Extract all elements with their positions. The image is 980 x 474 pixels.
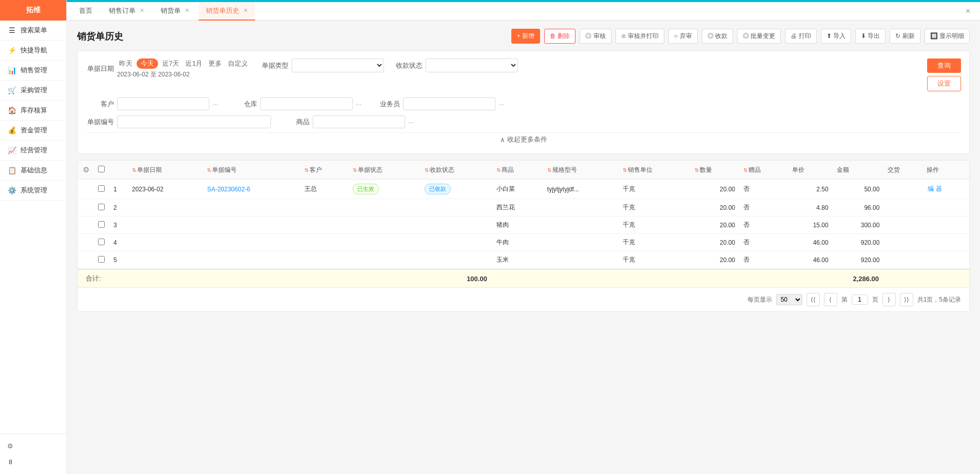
checkbox-cell[interactable]	[94, 216, 109, 234]
tab-sales-order-close[interactable]: ✕	[140, 7, 144, 14]
select-all-checkbox[interactable]	[98, 166, 105, 172]
row-checkbox[interactable]	[98, 239, 105, 245]
date-shortcut-1month[interactable]: 近1月	[183, 58, 204, 69]
tab-sales-order[interactable]: 销售订单 ✕	[102, 2, 151, 21]
filter-doctype-item: 单据类型	[260, 58, 384, 72]
tab-sales-history-close[interactable]: ✕	[243, 7, 248, 14]
audit-print-button[interactable]: ⊙ 审核并打印	[616, 29, 664, 44]
import-button[interactable]: ⬆ 导入	[821, 29, 851, 44]
checkbox-cell[interactable]	[94, 234, 109, 251]
sidebar-item-basic-info[interactable]: 📋 基础信息	[0, 161, 66, 181]
filter-warehouse-item: 仓库 ···	[229, 97, 362, 110]
print-button[interactable]: 🖨 打印	[785, 29, 816, 44]
checkbox-cell[interactable]	[94, 180, 109, 199]
edit-btn[interactable]: 编	[927, 185, 935, 193]
doc-no-cell[interactable]: SA-20230602-6	[203, 180, 300, 199]
row-checkbox[interactable]	[98, 256, 105, 263]
abandon-button[interactable]: ○ 弃审	[668, 29, 698, 44]
per-page-select[interactable]: 50 100 200	[776, 294, 802, 305]
sidebar-item-inventory[interactable]: 🏠 库存核算	[0, 101, 66, 121]
filter-goods-input[interactable]	[313, 115, 405, 128]
gift-cell: 否	[739, 180, 788, 199]
first-page-btn[interactable]: ⟨⟨	[806, 293, 820, 306]
query-button[interactable]: 查询	[927, 58, 961, 73]
date-shortcut-yesterday[interactable]: 昨天	[117, 58, 134, 69]
filter-doctype-select[interactable]	[292, 58, 384, 72]
refresh-button[interactable]: ↻ 刷新	[890, 29, 920, 44]
prev-page-btn[interactable]: ⟨	[824, 293, 837, 306]
col-spec[interactable]: ⇅规格型号	[543, 161, 619, 180]
footer-total-quantity: 100.00	[467, 275, 487, 283]
sidebar-collapse-btn[interactable]: ⏸	[0, 454, 66, 470]
sidebar-item-sys-mgmt[interactable]: ⚙️ 系统管理	[0, 181, 66, 201]
collect-status-badge: 已收款	[425, 184, 451, 194]
more-btn[interactable]: 器	[935, 185, 943, 193]
filter-customer-more[interactable]: ···	[213, 100, 219, 108]
tab-home[interactable]: 首页	[72, 2, 100, 21]
next-page-btn[interactable]: ⟩	[882, 293, 896, 306]
spec-cell	[543, 234, 619, 251]
export-button[interactable]: ⬇ 导出	[855, 29, 886, 44]
sidebar-item-purchase-mgmt[interactable]: 🛒 采购管理	[0, 81, 66, 101]
tab-sales-history-label: 销货单历史	[206, 6, 239, 15]
checkbox-cell[interactable]	[94, 199, 109, 216]
doc-no-cell	[203, 251, 300, 269]
col-settings[interactable]: ⚙	[78, 161, 94, 180]
filter-staff-input[interactable]	[403, 97, 495, 110]
batch-change-button[interactable]: ◎ 批量变更	[737, 29, 781, 44]
sidebar-item-operations[interactable]: 📈 经营管理	[0, 141, 66, 161]
filter-warehouse-more[interactable]: ···	[356, 100, 362, 108]
row-checkbox[interactable]	[98, 185, 105, 192]
tab-sales-goods-close[interactable]: ✕	[185, 7, 189, 14]
sidebar-item-search-menu[interactable]: ☰ 搜索菜单	[0, 21, 66, 41]
row-checkbox[interactable]	[98, 221, 105, 228]
filter-docno-input[interactable]	[117, 115, 271, 128]
page-number-input[interactable]	[852, 294, 868, 305]
filter-customer-input[interactable]	[117, 97, 209, 110]
doc-date-cell: 2023-06-02	[128, 180, 203, 199]
filter-collect-select[interactable]	[426, 58, 518, 72]
filter-collapse-btn[interactable]: ∧ 收起更多条件	[86, 132, 961, 146]
audit-button[interactable]: ◎ 审核	[580, 29, 611, 44]
operations-icon: 📈	[7, 146, 16, 154]
filter-warehouse-input[interactable]	[260, 97, 353, 110]
col-quantity[interactable]: ⇅数量	[690, 161, 739, 180]
filter-staff-more[interactable]: ···	[498, 100, 505, 108]
new-button[interactable]: + 新增	[511, 29, 540, 44]
tab-sales-history[interactable]: 销货单历史 ✕	[199, 2, 255, 21]
col-unit[interactable]: ⇅销售单位	[619, 161, 690, 180]
sidebar-item-quick-nav[interactable]: ⚡ 快捷导航	[0, 41, 66, 61]
sidebar-settings-btn[interactable]: ⚙	[0, 438, 66, 454]
col-gift[interactable]: ⇅赠品	[739, 161, 788, 180]
date-shortcut-more[interactable]: 更多	[206, 58, 224, 69]
date-shortcut-today[interactable]: 今天	[137, 58, 158, 69]
checkbox-cell[interactable]	[94, 251, 109, 269]
row-checkbox[interactable]	[98, 204, 105, 210]
quantity-cell: 20.00	[690, 234, 739, 251]
col-doc-date[interactable]: ⇅单据日期	[128, 161, 203, 180]
col-checkbox[interactable]	[94, 161, 109, 180]
sidebar-item-sales-mgmt[interactable]: 📊 销售管理	[0, 61, 66, 81]
col-doc-no[interactable]: ⇅单据编号	[203, 161, 300, 180]
set-button[interactable]: 设置	[927, 76, 961, 91]
table-settings-icon[interactable]: ⚙	[83, 165, 89, 174]
tab-sales-goods[interactable]: 销货单 ✕	[153, 2, 197, 21]
rowno-cell: 5	[109, 251, 128, 269]
collect-button[interactable]: ◎ 收款	[702, 29, 733, 44]
last-page-btn[interactable]: ⟩⟩	[900, 293, 913, 306]
col-customer[interactable]: ⇅客户	[300, 161, 349, 180]
delete-button[interactable]: 🗑 删除	[544, 29, 575, 44]
date-shortcut-7days[interactable]: 近7天	[160, 58, 181, 69]
col-collect-status[interactable]: ⇅收款状态	[420, 161, 492, 180]
filter-goods-more[interactable]: ···	[408, 118, 414, 126]
close-all-btn[interactable]: ✕	[961, 7, 975, 15]
col-amount: 金额	[833, 161, 884, 180]
sidebar-item-label: 快捷导航	[21, 46, 47, 55]
sidebar-item-finance[interactable]: 💰 资金管理	[0, 121, 66, 141]
show-detail-button[interactable]: 🔲 显示明细	[925, 29, 970, 44]
col-goods[interactable]: ⇅商品	[492, 161, 543, 180]
date-shortcut-custom[interactable]: 自定义	[226, 58, 250, 69]
table-footer: 合计: 100.00 2,286.00	[78, 269, 969, 287]
col-doc-status[interactable]: ⇅单据状态	[349, 161, 420, 180]
filter-collect-item: 收款状态	[394, 58, 518, 72]
